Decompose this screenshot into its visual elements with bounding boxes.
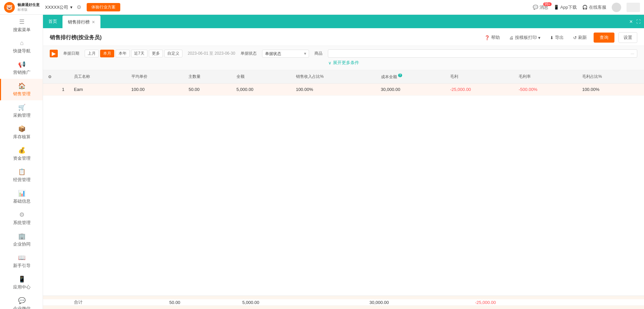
sidebar-item-label: 采购管理 <box>13 112 31 118</box>
sidebar-item-label: 应用中心 <box>13 284 31 290</box>
setting-button[interactable]: 设置 <box>618 32 637 43</box>
sidebar-item-enterprise[interactable]: 🏢 企业协同 <box>0 229 43 251</box>
footer-amount: 5,000.00 <box>238 299 334 306</box>
print-icon: 🖨 <box>509 35 514 40</box>
sidebar-item-system[interactable]: ⚙ 系统管理 <box>0 208 43 229</box>
date-btn-7days[interactable]: 近7天 <box>131 50 147 57</box>
status-select[interactable]: 单据状态 <box>262 50 309 58</box>
filter-row: ▶ 单据日期 上月 本月 本年 近7天 更多 自定义 2023-06-01 至 … <box>50 49 637 58</box>
tab-bar-right: ✕ ⛶ <box>629 19 644 24</box>
sidebar-item-operation[interactable]: 📋 经营管理 <box>0 165 43 186</box>
company-selector[interactable]: XXXXX公司 ▾ <box>45 4 73 10</box>
sidebar-item-label: 营销推广 <box>13 69 31 75</box>
sidebar-item-label: 经营管理 <box>13 177 31 183</box>
footer-gross: -25,000.00 <box>471 299 582 306</box>
message-btn[interactable]: 💬 消息 99+ <box>533 4 548 10</box>
sidebar-item-search[interactable]: ☰ 搜索菜单 <box>0 15 43 36</box>
apps-icon: 📱 <box>18 275 26 283</box>
footer-table: 合计 50.00 5,000.00 30,000.00 -25,000.00 <box>43 299 644 306</box>
home-icon: ⌂ <box>20 40 24 47</box>
guide-icon: 📖 <box>18 254 26 261</box>
trial-button[interactable]: 体验行业方案 <box>87 3 120 11</box>
print-button[interactable]: 🖨 按模板打印 ▾ <box>507 33 543 42</box>
phone-icon: 📱 <box>554 5 559 10</box>
app-download-btn[interactable]: 📱 App下载 <box>554 4 577 10</box>
marketing-icon: 📢 <box>18 61 26 68</box>
wechat-icon: 💬 <box>18 297 26 304</box>
export-icon: ⬇ <box>550 35 554 40</box>
content-area: 首页 销售排行榜 ✕ ✕ ⛶ 销售排行榜(按业务员) ❓ 帮助 <box>43 15 644 309</box>
print-dropdown-icon: ▾ <box>538 35 541 40</box>
tab-close-icon[interactable]: ✕ <box>92 20 95 24</box>
tab-home[interactable]: 首页 <box>43 15 62 28</box>
refresh-icon: ↺ <box>573 35 577 40</box>
footer-sales-pct-col <box>335 299 366 306</box>
finance-icon: 💰 <box>18 147 26 154</box>
online-service-btn[interactable]: 🎧 在线客服 <box>582 4 606 10</box>
sidebar-item-label: 基础信息 <box>13 198 31 204</box>
col-settings[interactable]: ⚙ <box>43 70 56 84</box>
footer-rank-col <box>56 299 70 306</box>
message-badge: 99+ <box>543 2 552 6</box>
sidebar-item-label: 快捷导航 <box>13 48 31 54</box>
sidebar-item-shortcut[interactable]: ⌂ 快捷导航 <box>0 36 43 57</box>
col-avg-price: 平均单价 <box>127 70 185 84</box>
table-row: 1Eam100.0050.005,000.00100.00%30,000.00-… <box>43 84 644 96</box>
sidebar-item-label: 企业协同 <box>13 241 31 247</box>
filter-expand-arrow[interactable]: ▶ <box>50 50 58 57</box>
col-cost: 成本全额 ? <box>377 70 446 84</box>
footer-total-label: 合计 <box>70 299 134 306</box>
help-button[interactable]: ❓ 帮助 <box>482 33 503 42</box>
logo-sub: 标准版 <box>17 7 40 12</box>
expand-more-btn[interactable]: ∨ 展开更多条件 <box>50 58 637 66</box>
sidebar-item-wechat[interactable]: 💬 企业微信 <box>0 294 43 309</box>
settings-icon[interactable]: ⚙ <box>77 4 81 10</box>
avatar[interactable] <box>612 3 621 12</box>
sidebar-item-sales[interactable]: 🏠 销售管理 <box>0 79 43 100</box>
top-bar-right: 💬 消息 99+ 📱 App下载 🎧 在线客服 <box>533 3 640 12</box>
purchase-icon: 🛒 <box>18 104 26 111</box>
expand-down-icon: ∨ <box>328 60 332 65</box>
sidebar-item-guide[interactable]: 📖 新手引导 <box>0 251 43 272</box>
sidebar-item-label: 系统管理 <box>13 220 31 226</box>
logo-icon: 🐷 <box>4 2 15 13</box>
tab-close-window-icon[interactable]: ✕ <box>629 19 633 24</box>
date-btn-this-year[interactable]: 本年 <box>116 50 130 57</box>
date-btn-custom[interactable]: 自定义 <box>164 50 182 57</box>
sales-rank-table: ⚙ 员工名称 平均单价 主数量 全额 销售收入占比% 成本全额 ? 毛利 毛利率… <box>43 70 644 96</box>
page-header: 销售排行榜(按业务员) ❓ 帮助 🖨 按模板打印 ▾ ⬇ 导出 <box>43 28 644 46</box>
sidebar-item-label: 销售管理 <box>13 91 31 97</box>
export-button[interactable]: ⬇ 导出 <box>547 33 566 42</box>
table-area: ⚙ 员工名称 平均单价 主数量 全额 销售收入占比% 成本全额 ? 毛利 毛利率… <box>43 70 644 296</box>
sidebar-item-basic[interactable]: 📊 基础信息 <box>0 186 43 208</box>
sidebar-item-label: 企业微信 <box>13 306 31 309</box>
basic-icon: 📊 <box>18 190 26 197</box>
query-button[interactable]: 查询 <box>594 33 614 43</box>
footer-row: 合计 50.00 5,000.00 30,000.00 -25,000.00 <box>43 299 644 306</box>
tab-sales-rank-label: 销售排行榜 <box>68 19 90 25</box>
sidebar-item-apps[interactable]: 📱 应用中心 <box>0 272 43 294</box>
filter-date-btns: 上月 本月 本年 近7天 更多 自定义 <box>85 50 182 57</box>
date-label: 单据日期 <box>63 51 79 56</box>
date-btn-more[interactable]: 更多 <box>149 50 163 57</box>
sidebar-item-purchase[interactable]: 🛒 采购管理 <box>0 100 43 122</box>
tab-sales-rank[interactable]: 销售排行榜 ✕ <box>62 15 100 29</box>
page-title: 销售排行榜(按业务员) <box>50 34 102 41</box>
sidebar-item-inventory[interactable]: 📦 库存核算 <box>0 122 43 143</box>
search-menu-icon: ☰ <box>19 18 25 25</box>
operation-icon: 📋 <box>18 168 26 175</box>
sidebar-item-finance[interactable]: 💰 资金管理 <box>0 143 43 165</box>
footer-qty: 50.00 <box>165 299 238 306</box>
app-download-label: App下载 <box>560 4 577 10</box>
tab-home-label: 首页 <box>48 18 57 24</box>
date-btn-last-month[interactable]: 上月 <box>85 50 99 57</box>
table-footer: 合计 50.00 5,000.00 30,000.00 -25,000.00 <box>43 296 644 309</box>
table-header-row: ⚙ 员工名称 平均单价 主数量 全额 销售收入占比% 成本全额 ? 毛利 毛利率… <box>43 70 644 84</box>
date-btn-this-month[interactable]: 本月 <box>100 50 114 57</box>
tab-expand-icon[interactable]: ⛶ <box>636 19 641 24</box>
goods-more-icon[interactable]: ··· <box>631 51 634 56</box>
sidebar-item-marketing[interactable]: 📢 营销推广 <box>0 57 43 79</box>
col-employee-name: 员工名称 <box>70 70 127 84</box>
refresh-button[interactable]: ↺ 刷新 <box>570 33 590 42</box>
enterprise-icon: 🏢 <box>18 233 26 240</box>
